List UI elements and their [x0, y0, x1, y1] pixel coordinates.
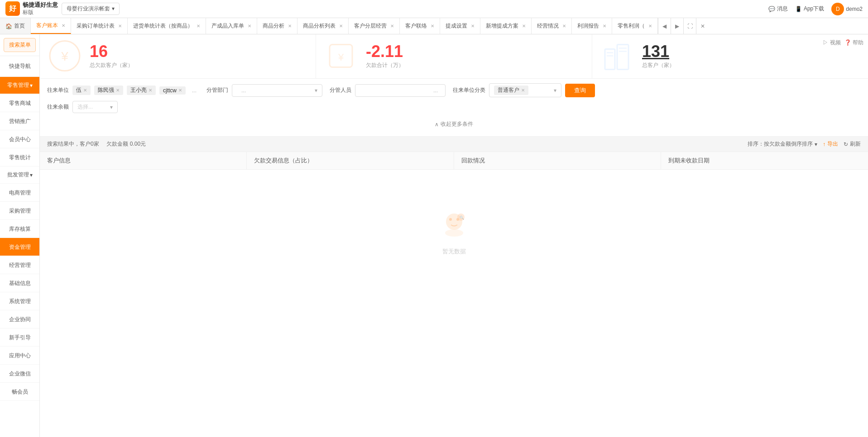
tag-close-0[interactable]: ✕: [83, 88, 87, 93]
stats-card-customers: ¥ 16 总欠款客户（家）: [40, 34, 316, 78]
user-menu[interactable]: D demo2: [831, 3, 863, 15]
tag-close-1[interactable]: ✕: [116, 88, 120, 93]
stats-card3-content: 131 总客户（家）: [642, 43, 675, 69]
refresh-btn[interactable]: ↻ 刷新: [844, 140, 861, 148]
sidebar: 搜索菜单 快捷导航 零售管理 ▾ 零售商城 营销推广 会员中心 零售统计 批发管…: [0, 34, 40, 437]
sidebar-item-retail-stats[interactable]: 零售统计: [0, 148, 39, 166]
sidebar-item-enterprise-collab[interactable]: 企业协同: [0, 310, 39, 328]
sidebar-item-marketing[interactable]: 营销推广: [0, 112, 39, 130]
message-btn[interactable]: 💬 消息: [768, 5, 788, 13]
tab-customers[interactable]: 客户账本 ✕: [31, 18, 71, 34]
app-download-btn[interactable]: 📱 App下载: [795, 5, 824, 13]
help-btn[interactable]: ❓ 帮助: [844, 39, 863, 47]
close-icon[interactable]: ✕: [603, 24, 606, 28]
filter-row-2: 往来余额 选择... ▾: [47, 101, 861, 113]
chevron-down-icon: ▾: [112, 5, 115, 12]
sidebar-item-wholesale[interactable]: 批发管理 ▾: [0, 166, 39, 184]
balance-select[interactable]: 选择... ▾: [72, 101, 118, 113]
tab-operations[interactable]: 经营情况 ✕: [532, 18, 572, 34]
category-arrow-icon: ▾: [554, 87, 556, 94]
sidebar-item-system[interactable]: 系统管理: [0, 292, 39, 310]
search-menu-btn[interactable]: 搜索菜单: [4, 38, 36, 52]
close-icon[interactable]: ✕: [288, 24, 292, 28]
stats-card-total: 131 总客户（家） ▷ 视频 ❓ 帮助: [592, 34, 868, 78]
sidebar-item-new-user-guide[interactable]: 新手引导: [0, 328, 39, 347]
sort-btn[interactable]: 排序：按欠款金额倒序排序 ▾: [748, 140, 817, 148]
empty-state: 🔍 暂无数据: [40, 170, 868, 292]
close-icon[interactable]: ✕: [648, 24, 652, 28]
close-icon[interactable]: ✕: [390, 24, 394, 28]
svg-text:¥: ¥: [61, 49, 68, 63]
home-icon: 🏠: [5, 23, 12, 29]
tab-profit-report[interactable]: 利润报告 ✕: [572, 18, 612, 34]
close-icon[interactable]: ✕: [248, 24, 251, 28]
tab-inbound-stats[interactable]: 进货单统计表（按商品） ✕: [128, 18, 206, 34]
sidebar-item-app-center[interactable]: 应用中心: [0, 347, 39, 365]
tab-retail-profit[interactable]: 零售利润（ ✕: [612, 18, 658, 34]
close-icon[interactable]: ✕: [339, 24, 343, 28]
yuan-bg-icon: ¥: [49, 40, 81, 71]
close-icon[interactable]: ✕: [431, 24, 434, 28]
tab-cost-inbound[interactable]: 产成品入库单 ✕: [206, 18, 257, 34]
tab-maximize-btn[interactable]: ⛶: [683, 18, 696, 34]
sidebar-item-operations-mgmt[interactable]: 经营管理: [0, 256, 39, 274]
sidebar-item-member[interactable]: 会员中心: [0, 130, 39, 148]
quick-nav-link[interactable]: 快捷导航: [4, 60, 36, 73]
filter-tag-3: cjttcw ✕: [159, 86, 186, 95]
quick-nav-section: 快捷导航: [0, 56, 39, 77]
dept-select[interactable]: ... ▾: [232, 84, 322, 97]
tab-customer-contact[interactable]: 客户联络 ✕: [400, 18, 440, 34]
close-icon[interactable]: ✕: [118, 24, 122, 28]
filter-tag-0: 伍 ✕: [72, 86, 91, 95]
tab-close-all-btn[interactable]: ✕: [696, 18, 709, 34]
stats-card1-content: 16 总欠款客户（家）: [90, 43, 133, 69]
person-select[interactable]: ...: [355, 84, 446, 97]
collapse-btn[interactable]: ∧ 收起更多条件: [431, 119, 477, 130]
close-icon[interactable]: ✕: [197, 24, 200, 28]
tab-product-analysis-list[interactable]: 商品分析列表 ✕: [297, 18, 349, 34]
export-btn[interactable]: ↑ 导出: [823, 140, 838, 148]
sidebar-item-finance[interactable]: 资金管理: [0, 238, 39, 256]
tab-home[interactable]: 🏠 首页: [0, 18, 31, 34]
sidebar-item-retail[interactable]: 零售管理 ▾: [0, 77, 39, 94]
tab-customer-segment[interactable]: 客户分层经营 ✕: [349, 18, 400, 34]
top-bar: 好 畅捷通好生意 标版 母婴行业演示帐套 ▾ 💬 消息 📱 App下载 D de…: [0, 0, 868, 18]
tab-product-analysis[interactable]: 商品分析 ✕: [257, 18, 297, 34]
account-selector[interactable]: 母婴行业演示帐套 ▾: [62, 3, 120, 15]
sidebar-item-basic-info[interactable]: 基础信息: [0, 274, 39, 292]
sidebar-item-inventory[interactable]: 库存核算: [0, 220, 39, 238]
close-icon[interactable]: ✕: [471, 24, 475, 28]
sidebar-item-retail-mall[interactable]: 零售商城: [0, 94, 39, 112]
table-container: 客户信息 欠款交易信息（占比） 回款情况 到期未收款日期 🔍 暂无数据: [40, 152, 868, 437]
tab-new-scheme[interactable]: 新增提成方案 ✕: [480, 18, 532, 34]
category-select[interactable]: 普通客户 ✕ ▾: [489, 83, 561, 97]
tab-purchase-order[interactable]: 采购订单统计表 ✕: [71, 18, 128, 34]
video-btn[interactable]: ▷ 视频: [823, 39, 840, 47]
tab-prev-btn[interactable]: ◀: [658, 18, 671, 34]
sidebar-item-member-vip[interactable]: 畅会员: [0, 383, 39, 401]
sidebar-item-purchase[interactable]: 采购管理: [0, 202, 39, 220]
col-repayment: 回款情况: [454, 152, 661, 169]
export-icon: ↑: [823, 141, 825, 147]
sidebar-item-enterprise-wechat[interactable]: 企业微信: [0, 365, 39, 383]
stats-header: ¥ 16 总欠款客户（家） ¥ -2.11 欠款合计（: [40, 34, 868, 79]
query-button[interactable]: 查询: [565, 84, 595, 97]
tag-close-2[interactable]: ✕: [149, 88, 152, 93]
refresh-icon: ↻: [844, 141, 848, 147]
close-icon[interactable]: ✕: [522, 24, 526, 28]
phone-icon: 📱: [795, 6, 802, 12]
person-more-icon: ...: [431, 86, 441, 95]
tab-promotion-settings[interactable]: 提成设置 ✕: [440, 18, 480, 34]
close-icon[interactable]: ✕: [62, 23, 65, 28]
tag-close-3[interactable]: ✕: [178, 88, 182, 93]
filter-tag-1: 陈民强 ✕: [94, 86, 123, 95]
tab-next-btn[interactable]: ▶: [671, 18, 683, 34]
svg-rect-4: [605, 49, 615, 69]
col-overdue-date: 到期未收款日期: [661, 152, 868, 169]
category-tag-close[interactable]: ✕: [521, 88, 525, 93]
sidebar-item-ecommerce[interactable]: 电商管理: [0, 184, 39, 202]
sort-arrow-icon: ▾: [815, 141, 817, 147]
filter-row-1: 往来单位 伍 ✕ 陈民强 ✕ 王小亮 ✕ cjttcw ✕ ...: [47, 83, 861, 97]
filter-more-tags[interactable]: ...: [189, 86, 199, 95]
close-icon[interactable]: ✕: [562, 24, 566, 28]
